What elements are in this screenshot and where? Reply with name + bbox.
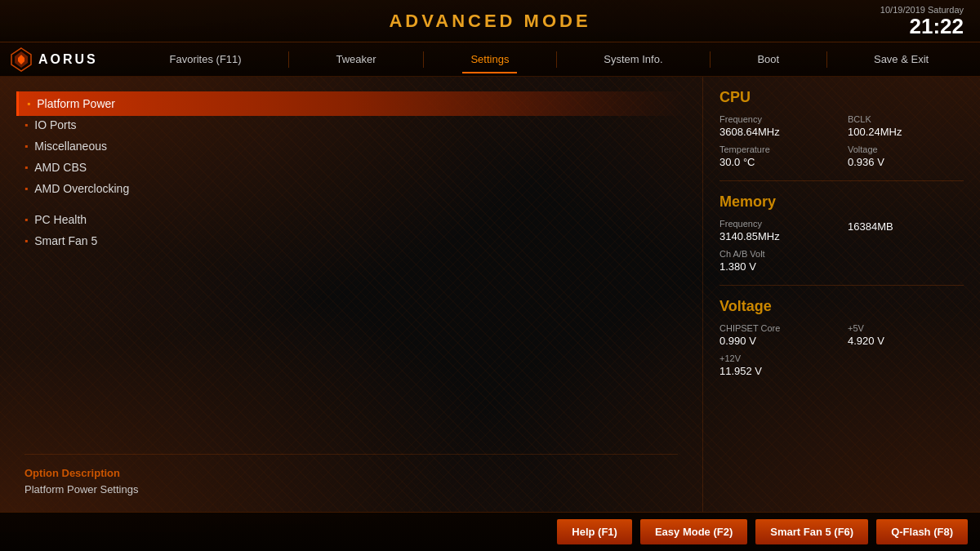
easy-mode-button[interactable]: Easy Mode (F2) <box>640 519 747 544</box>
cpu-temp-item: Temperature 30.0 °C <box>719 144 835 168</box>
memory-size-value: 16384MB <box>848 220 964 233</box>
cpu-frequency-item: Frequency 3608.64MHz <box>719 114 835 138</box>
cpu-temp-label: Temperature <box>719 144 835 154</box>
chipset-core-item: CHIPSET Core 0.990 V <box>719 323 835 347</box>
nav-divider-5 <box>826 51 827 68</box>
menu-separator <box>24 199 678 209</box>
logo-text: AORUS <box>38 52 98 67</box>
nav-items: Favorites (F11) Tweaker Settings System … <box>127 50 972 69</box>
left-panel: Platform Power IO Ports Miscellaneous AM… <box>0 77 702 512</box>
memory-size-item: 16384MB <box>848 219 964 242</box>
cpu-section-title: CPU <box>719 89 964 106</box>
page-title: ADVANCED MODE <box>389 11 590 32</box>
cpu-bclk-value: 100.24MHz <box>848 126 964 138</box>
cpu-voltage-label: Voltage <box>848 144 964 154</box>
help-button[interactable]: Help (F1) <box>557 519 632 544</box>
memory-frequency-value: 3140.85MHz <box>719 230 835 242</box>
q-flash-button[interactable]: Q-Flash (F8) <box>876 519 968 544</box>
nav-item-settings[interactable]: Settings <box>462 50 517 69</box>
memory-section: Memory Frequency 3140.85MHz 16384MB Ch A… <box>719 193 964 286</box>
cpu-info-grid: Frequency 3608.64MHz BCLK 100.24MHz Temp… <box>719 114 964 168</box>
main-content: Platform Power IO Ports Miscellaneous AM… <box>0 77 980 512</box>
plus12v-label: +12V <box>719 353 835 363</box>
chipset-core-label: CHIPSET Core <box>719 323 835 333</box>
memory-chab-label: Ch A/B Volt <box>719 249 835 259</box>
menu-item-io-ports[interactable]: IO Ports <box>24 114 678 136</box>
option-description-text: Platform Power Settings <box>24 483 678 495</box>
memory-section-title: Memory <box>719 193 964 211</box>
nav-divider-2 <box>423 51 424 68</box>
cpu-voltage-value: 0.936 V <box>848 156 964 168</box>
cpu-temp-value: 30.0 °C <box>719 156 835 168</box>
smart-fan5-button[interactable]: Smart Fan 5 (F6) <box>755 519 868 544</box>
memory-chab-item: Ch A/B Volt 1.380 V <box>719 249 835 273</box>
nav-item-tweaker[interactable]: Tweaker <box>327 50 384 69</box>
plus12v-item: +12V 11.952 V <box>719 353 835 377</box>
cpu-voltage-item: Voltage 0.936 V <box>848 144 964 168</box>
cpu-frequency-value: 3608.64MHz <box>719 126 835 138</box>
bottom-bar: Help (F1) Easy Mode (F2) Smart Fan 5 (F6… <box>0 512 980 551</box>
menu-item-platform-power[interactable]: Platform Power <box>16 91 686 116</box>
nav-divider-3 <box>556 51 557 68</box>
logo-area: AORUS <box>8 47 110 73</box>
voltage-section-title: Voltage <box>719 298 964 315</box>
menu-item-amd-cbs[interactable]: AMD CBS <box>24 157 678 178</box>
option-description-title: Option Description <box>24 467 678 479</box>
plus5v-value: 4.920 V <box>848 335 964 347</box>
option-description-area: Option Description Platform Power Settin… <box>24 454 678 495</box>
cpu-section: CPU Frequency 3608.64MHz BCLK 100.24MHz … <box>719 89 964 181</box>
plus5v-item: +5V 4.920 V <box>848 323 964 347</box>
nav-item-boot[interactable]: Boot <box>749 50 787 69</box>
menu-list: Platform Power IO Ports Miscellaneous AM… <box>24 93 678 251</box>
voltage-section: Voltage CHIPSET Core 0.990 V +5V 4.920 V… <box>719 298 964 389</box>
nav-item-favorites[interactable]: Favorites (F11) <box>161 50 249 69</box>
menu-item-miscellaneous[interactable]: Miscellaneous <box>24 136 678 157</box>
chipset-core-value: 0.990 V <box>719 335 835 347</box>
nav-divider-4 <box>710 51 710 68</box>
nav-divider-1 <box>288 51 289 68</box>
header: ADVANCED MODE 10/19/2019 Saturday 21:22 <box>0 0 980 42</box>
menu-item-pc-health[interactable]: PC Health <box>24 209 678 230</box>
plus12v-value: 11.952 V <box>719 365 835 377</box>
plus5v-label: +5V <box>848 323 964 333</box>
cpu-frequency-label: Frequency <box>719 114 835 124</box>
cpu-bclk-label: BCLK <box>848 114 964 124</box>
nav-item-system-info[interactable]: System Info. <box>595 50 670 69</box>
memory-frequency-item: Frequency 3140.85MHz <box>719 219 835 242</box>
memory-chab-value: 1.380 V <box>719 260 835 273</box>
memory-info-grid: Frequency 3140.85MHz 16384MB Ch A/B Volt… <box>719 219 964 273</box>
right-panel: CPU Frequency 3608.64MHz BCLK 100.24MHz … <box>702 77 980 512</box>
time-display: 21:22 <box>880 14 964 38</box>
menu-item-smart-fan5[interactable]: Smart Fan 5 <box>24 230 678 251</box>
cpu-bclk-item: BCLK 100.24MHz <box>848 114 964 138</box>
datetime: 10/19/2019 Saturday 21:22 <box>880 4 964 38</box>
menu-item-amd-overclocking[interactable]: AMD Overclocking <box>24 178 678 199</box>
nav-item-save-exit[interactable]: Save & Exit <box>866 50 937 69</box>
aorus-logo-icon <box>8 47 34 73</box>
voltage-info-grid: CHIPSET Core 0.990 V +5V 4.920 V +12V 11… <box>719 323 964 377</box>
memory-frequency-label: Frequency <box>719 219 835 229</box>
navigation-bar: AORUS Favorites (F11) Tweaker Settings S… <box>0 42 980 77</box>
